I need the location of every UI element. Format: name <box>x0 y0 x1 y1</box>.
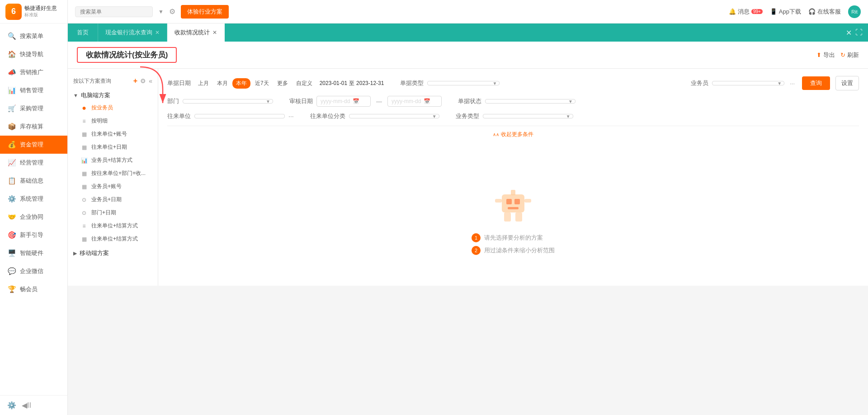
counterpart-input[interactable] <box>194 114 285 118</box>
step-2-num: 2 <box>472 246 481 255</box>
main-body: 按以下方案查询 + ⚙ « <box>68 69 868 286</box>
scheme-panel-title: 按以下方案查询 <box>73 77 111 85</box>
breadcrumb <box>75 6 153 17</box>
app-download-group[interactable]: 📱 App下载 <box>770 8 801 16</box>
operations-icon: 📈 <box>7 158 16 167</box>
tab-maximize-icon[interactable]: ⛶ <box>855 28 863 37</box>
mobile-scheme-header[interactable]: ▶ 移动端方案 <box>68 247 158 259</box>
scheme-item-counterpart-date[interactable]: ▦ 往来单位+日期 <box>68 141 158 154</box>
scheme-item-by-detail[interactable]: ≡ 按明细 <box>68 114 158 127</box>
scheme-icon: ▦ <box>80 236 88 243</box>
salesman-more-icon[interactable]: ··· <box>790 80 795 87</box>
date-tabs: 上月 本月 本年 近7天 更多 自定义 <box>194 78 316 89</box>
trial-button[interactable]: 体验行业方案 <box>181 5 229 19</box>
scheme-item-label: 往来单位+账号 <box>91 130 127 138</box>
collapse-bar[interactable]: ∧∧ 收起更多条件 <box>167 126 859 143</box>
scheme-item-salesman-settlement[interactable]: 📊 业务员+结算方式 <box>68 154 158 167</box>
scheme-collapse-icon[interactable]: « <box>149 77 152 85</box>
voucher-status-select-wrap: ▼ <box>485 99 576 104</box>
refresh-button[interactable]: ↻ 刷新 <box>840 51 859 59</box>
review-date-from-input[interactable]: yyyy-mm-dd 📅 <box>316 96 371 107</box>
scheme-item-label: 往来单位+日期 <box>91 143 127 151</box>
filter-row-3: 往来单位 ··· 往来单位分类 ▼ <box>167 112 859 120</box>
tab-minimize-icon[interactable]: ✕ <box>846 28 852 37</box>
sidebar-item-marketing[interactable]: 📣 营销推广 <box>0 63 67 81</box>
scheme-item-label: 往来单位+结算方式 <box>91 235 138 243</box>
scheme-icon: ⊙ <box>80 209 88 217</box>
sidebar-item-sales[interactable]: 📊 销售管理 <box>0 81 67 99</box>
user-avatar-group[interactable]: Rit <box>848 5 861 18</box>
add-scheme-icon[interactable]: + <box>133 77 137 85</box>
sidebar-item-label: 经营管理 <box>20 159 43 167</box>
sidebar-item-system[interactable]: ⚙️ 系统管理 <box>0 190 67 208</box>
scheme-item-label: 按明细 <box>91 117 108 125</box>
page-title-box: 收款情况统计(按业务员) <box>77 47 177 63</box>
review-date-to-input[interactable]: yyyy-mm-dd 📅 <box>387 96 442 107</box>
sidebar-item-operations[interactable]: 📈 经营管理 <box>0 154 67 172</box>
tab-collection-close-icon[interactable]: ✕ <box>212 29 217 36</box>
date-tab-more[interactable]: 更多 <box>274 78 292 89</box>
bell-icon: 🔔 <box>729 8 736 15</box>
scheme-item-counterpart-settlement1[interactable]: ≡ 往来单位+结算方式 <box>68 219 158 232</box>
scheme-item-salesman-account[interactable]: ▦ 业务员+账号 <box>68 180 158 193</box>
sidebar-item-purchase[interactable]: 🛒 采购管理 <box>0 99 67 118</box>
export-button[interactable]: ⬆ 导出 <box>816 51 835 59</box>
sidebar-item-quick-nav[interactable]: 🏠 快捷导航 <box>0 45 67 63</box>
sidebar-item-finance[interactable]: 💰 资金管理 <box>0 136 67 154</box>
sidebar-item-inventory[interactable]: 📦 库存核算 <box>0 118 67 136</box>
query-button[interactable]: 查询 <box>802 76 830 90</box>
counterpart-cat-select[interactable] <box>349 114 439 118</box>
sidebar-item-member[interactable]: 🏆 畅会员 <box>0 280 67 298</box>
tab-home[interactable]: 首页 <box>68 24 98 42</box>
tab-collection-stats[interactable]: 收款情况统计 ✕ <box>167 24 225 42</box>
date-tab-7days[interactable]: 近7天 <box>251 78 273 89</box>
scheme-item-counterpart-settlement2[interactable]: ▦ 往来单位+结算方式 <box>68 232 158 245</box>
sidebar-item-basic[interactable]: 📋 基础信息 <box>0 172 67 190</box>
topbar-dropdown-arrow[interactable]: ▼ <box>158 9 164 15</box>
sidebar-item-guide[interactable]: 🎯 新手引导 <box>0 226 67 244</box>
date-tab-this-month[interactable]: 本月 <box>213 78 231 89</box>
date-tab-this-year[interactable]: 本年 <box>232 78 250 89</box>
salesman-select[interactable] <box>712 81 784 85</box>
dept-select[interactable] <box>183 99 273 104</box>
date-tab-last-month[interactable]: 上月 <box>194 78 212 89</box>
voucher-status-select[interactable] <box>485 99 576 104</box>
scheme-item-by-salesman[interactable]: ● 按业务员 <box>68 101 158 114</box>
biz-type-select-wrap: ▼ <box>483 114 573 118</box>
sidebar-item-wechat[interactable]: 💬 企业微信 <box>0 262 67 280</box>
scheme-item-dept-date[interactable]: ⊙ 部门+日期 <box>68 206 158 219</box>
scheme-item-counterpart-dept[interactable]: ▦ 按往来单位+部门+收... <box>68 167 158 180</box>
settings-footer-icon[interactable]: ⚙️ <box>7 401 16 410</box>
scheme-item-label: 部门+日期 <box>91 209 116 217</box>
biz-type-select[interactable] <box>483 114 573 118</box>
desktop-scheme-chevron: ▼ <box>73 93 78 98</box>
review-date-to-placeholder: yyyy-mm-dd <box>392 98 421 104</box>
tab-bank-flow[interactable]: 现金银行流水查询 ✕ <box>98 24 167 42</box>
scheme-item-label: 按业务员 <box>91 104 113 112</box>
counterpart-dots-icon[interactable]: ··· <box>288 113 294 120</box>
sidebar-item-search-menu[interactable]: 🔍 搜索菜单 <box>0 27 67 45</box>
svg-rect-1 <box>502 194 524 212</box>
voucher-type-filter: 单据类型 ▼ <box>400 79 500 87</box>
topbar-gear-icon[interactable]: ⚙ <box>169 7 175 16</box>
collapse-footer-icon[interactable]: ◀II <box>22 401 31 410</box>
search-input[interactable] <box>75 6 153 17</box>
online-service-group[interactable]: 🎧 在线客服 <box>808 8 841 16</box>
scheme-item-counterpart-account[interactable]: ▦ 往来单位+账号 <box>68 127 158 141</box>
tab-bar: 首页 现金银行流水查询 ✕ 收款情况统计 ✕ ✕ ⛶ <box>68 24 868 42</box>
sidebar-item-enterprise[interactable]: 🤝 企业协同 <box>0 208 67 226</box>
step-2-label: 用过滤条件来缩小分析范围 <box>484 246 555 255</box>
scheme-settings-icon[interactable]: ⚙ <box>140 77 146 85</box>
topbar-right: 🔔 消息 99+ 📱 App下载 🎧 在线客服 Rit <box>729 5 861 18</box>
desktop-scheme-header[interactable]: ▼ 电脑端方案 <box>68 90 158 101</box>
notifications-group[interactable]: 🔔 消息 99+ <box>729 8 763 16</box>
sidebar-item-hardware[interactable]: 🖥️ 智能硬件 <box>0 244 67 262</box>
voucher-type-select[interactable] <box>427 81 500 85</box>
dept-label: 部门 <box>167 97 179 105</box>
scheme-item-label: 往来单位+结算方式 <box>91 222 138 230</box>
sidebar-footer: ⚙️ ◀II <box>0 395 67 415</box>
scheme-item-salesman-date[interactable]: ⊙ 业务员+日期 <box>68 193 158 206</box>
tab-bank-close-icon[interactable]: ✕ <box>155 29 160 36</box>
settings-button[interactable]: 设置 <box>835 76 859 90</box>
date-tab-custom[interactable]: 自定义 <box>292 78 316 89</box>
